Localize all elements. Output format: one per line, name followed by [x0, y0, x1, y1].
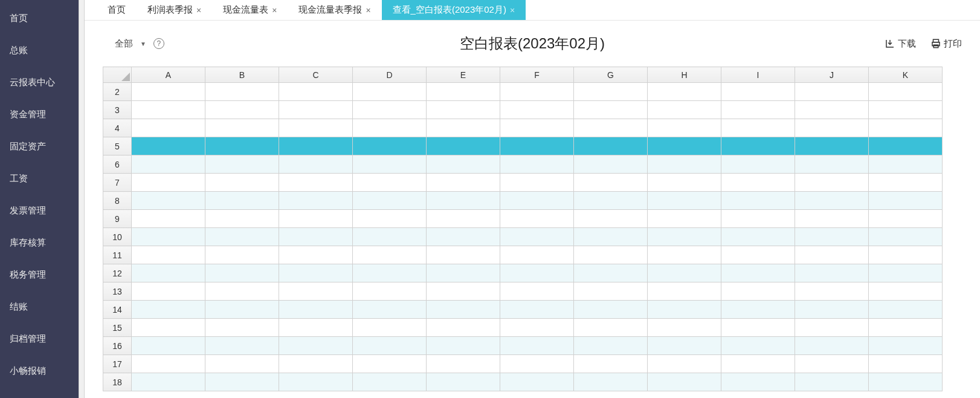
cell-G18[interactable] [574, 373, 648, 391]
cell-G3[interactable] [574, 101, 648, 119]
cell-D6[interactable] [353, 155, 427, 174]
sidebar-item-8[interactable]: 税务管理 [0, 259, 79, 291]
cell-C3[interactable] [279, 101, 353, 119]
cell-B17[interactable] [205, 355, 279, 373]
cell-J4[interactable] [795, 119, 869, 137]
cell-E15[interactable] [427, 319, 500, 337]
cell-J13[interactable] [795, 282, 869, 301]
cell-E18[interactable] [427, 373, 500, 391]
cell-D5[interactable] [353, 137, 427, 155]
cell-J5[interactable] [795, 137, 869, 155]
column-header-H[interactable]: H [648, 67, 721, 83]
cell-H10[interactable] [648, 228, 721, 246]
row-header-4[interactable]: 4 [103, 119, 132, 137]
row-header-6[interactable]: 6 [103, 155, 132, 174]
column-header-K[interactable]: K [869, 67, 943, 83]
cell-A2[interactable] [132, 83, 205, 101]
cell-I16[interactable] [721, 337, 795, 355]
cell-F17[interactable] [500, 355, 574, 373]
cell-E7[interactable] [427, 174, 500, 192]
cell-G14[interactable] [574, 301, 648, 319]
cell-C16[interactable] [279, 337, 353, 355]
cell-B12[interactable] [205, 264, 279, 282]
cell-G10[interactable] [574, 228, 648, 246]
select-all-corner[interactable] [103, 67, 132, 83]
cell-J11[interactable] [795, 246, 869, 264]
cell-E16[interactable] [427, 337, 500, 355]
cell-D10[interactable] [353, 228, 427, 246]
cell-F6[interactable] [500, 155, 574, 174]
cell-H13[interactable] [648, 282, 721, 301]
cell-E17[interactable] [427, 355, 500, 373]
close-icon[interactable]: × [510, 5, 515, 15]
cell-B15[interactable] [205, 319, 279, 337]
sidebar-item-7[interactable]: 库存核算 [0, 227, 79, 259]
cell-E13[interactable] [427, 282, 500, 301]
cell-J15[interactable] [795, 319, 869, 337]
cell-D18[interactable] [353, 373, 427, 391]
column-header-E[interactable]: E [427, 67, 500, 83]
cell-I10[interactable] [721, 228, 795, 246]
cell-B5[interactable] [205, 137, 279, 155]
cell-D2[interactable] [353, 83, 427, 101]
cell-C7[interactable] [279, 174, 353, 192]
cell-G12[interactable] [574, 264, 648, 282]
cell-H15[interactable] [648, 319, 721, 337]
cell-A5[interactable] [132, 137, 205, 155]
cell-K11[interactable] [869, 246, 943, 264]
help-icon[interactable]: ? [153, 38, 164, 49]
cell-G16[interactable] [574, 337, 648, 355]
tab-2[interactable]: 现金流量表× [212, 0, 288, 20]
sidebar-scrollbar[interactable] [79, 0, 85, 398]
cell-I18[interactable] [721, 373, 795, 391]
cell-A4[interactable] [132, 119, 205, 137]
cell-J8[interactable] [795, 192, 869, 210]
column-header-J[interactable]: J [795, 67, 869, 83]
cell-B4[interactable] [205, 119, 279, 137]
cell-F4[interactable] [500, 119, 574, 137]
cell-D3[interactable] [353, 101, 427, 119]
column-header-G[interactable]: G [574, 67, 648, 83]
cell-F15[interactable] [500, 319, 574, 337]
cell-H11[interactable] [648, 246, 721, 264]
sidebar-item-11[interactable]: 小畅报销 [0, 355, 79, 387]
cell-D7[interactable] [353, 174, 427, 192]
cell-C8[interactable] [279, 192, 353, 210]
row-header-2[interactable]: 2 [103, 83, 132, 101]
cell-D4[interactable] [353, 119, 427, 137]
cell-K2[interactable] [869, 83, 943, 101]
cell-K16[interactable] [869, 337, 943, 355]
sidebar-item-0[interactable]: 首页 [0, 2, 79, 34]
cell-A7[interactable] [132, 174, 205, 192]
cell-E2[interactable] [427, 83, 500, 101]
cell-F11[interactable] [500, 246, 574, 264]
cell-F7[interactable] [500, 174, 574, 192]
close-icon[interactable]: × [196, 5, 201, 15]
row-header-8[interactable]: 8 [103, 192, 132, 210]
cell-C18[interactable] [279, 373, 353, 391]
cell-G17[interactable] [574, 355, 648, 373]
cell-K15[interactable] [869, 319, 943, 337]
cell-I15[interactable] [721, 319, 795, 337]
cell-E11[interactable] [427, 246, 500, 264]
tab-3[interactable]: 现金流量表季报× [288, 0, 381, 20]
cell-K5[interactable] [869, 137, 943, 155]
cell-B13[interactable] [205, 282, 279, 301]
cell-D8[interactable] [353, 192, 427, 210]
sidebar-item-10[interactable]: 归档管理 [0, 323, 79, 355]
cell-K13[interactable] [869, 282, 943, 301]
cell-A3[interactable] [132, 101, 205, 119]
download-button[interactable]: 下载 [885, 38, 916, 50]
cell-C15[interactable] [279, 319, 353, 337]
cell-C12[interactable] [279, 264, 353, 282]
sidebar-item-5[interactable]: 工资 [0, 163, 79, 195]
cell-A9[interactable] [132, 210, 205, 228]
cell-C9[interactable] [279, 210, 353, 228]
tab-4[interactable]: 查看_空白报表(2023年02月)× [382, 0, 526, 20]
cell-A16[interactable] [132, 337, 205, 355]
cell-K14[interactable] [869, 301, 943, 319]
cell-F8[interactable] [500, 192, 574, 210]
cell-A14[interactable] [132, 301, 205, 319]
cell-E9[interactable] [427, 210, 500, 228]
row-header-16[interactable]: 16 [103, 337, 132, 355]
